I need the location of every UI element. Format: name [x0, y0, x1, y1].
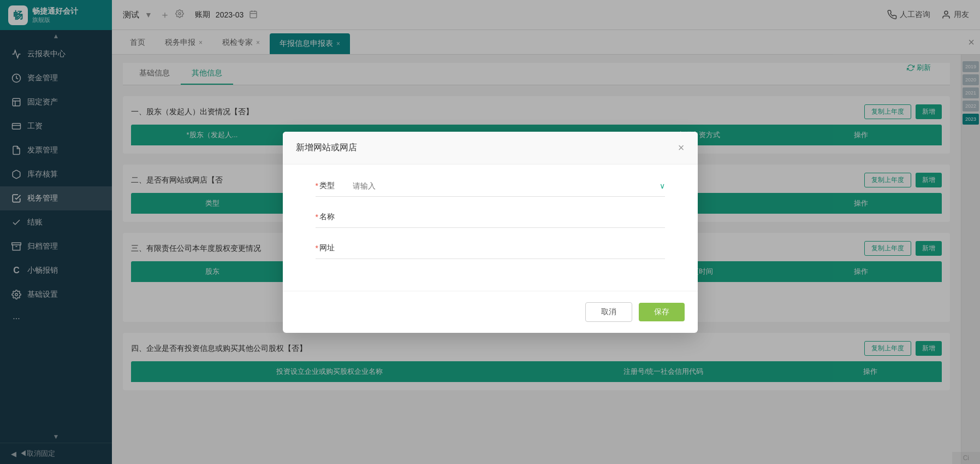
modal-field-type: *类型 ∨: [316, 181, 665, 197]
type-field-row: *类型 ∨: [316, 181, 665, 197]
cancel-button[interactable]: 取消: [585, 302, 632, 322]
name-input[interactable]: [348, 213, 665, 221]
modal-add-website: 新增网站或网店 × *类型 ∨ *名称: [283, 132, 698, 333]
name-field-row: *名称: [316, 212, 665, 228]
url-input[interactable]: [348, 244, 665, 252]
name-label: *名称: [316, 212, 348, 222]
type-label: *类型: [316, 181, 348, 191]
modal-title: 新增网站或网店: [296, 142, 357, 154]
modal-body: *类型 ∨ *名称 *网址: [283, 165, 698, 291]
modal-overlay: 新增网站或网店 × *类型 ∨ *名称: [0, 0, 980, 464]
modal-header: 新增网站或网店 ×: [283, 132, 698, 165]
modal-footer: 取消 保存: [283, 291, 698, 333]
modal-field-name: *名称: [316, 212, 665, 228]
url-label: *网址: [316, 243, 348, 253]
modal-close-btn[interactable]: ×: [678, 142, 685, 154]
save-button[interactable]: 保存: [639, 303, 685, 321]
type-dropdown-icon[interactable]: ∨: [660, 181, 665, 190]
type-input[interactable]: [348, 181, 660, 190]
url-field-row: *网址: [316, 243, 665, 259]
modal-field-url: *网址: [316, 243, 665, 259]
